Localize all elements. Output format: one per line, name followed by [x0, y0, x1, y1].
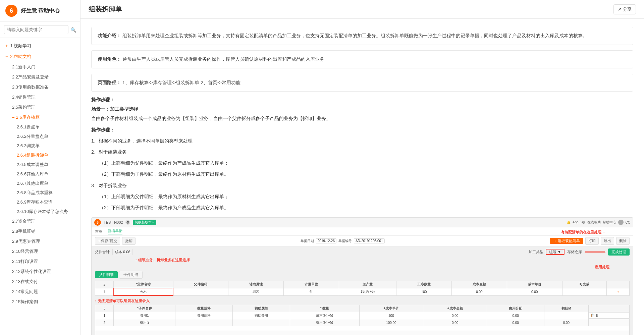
mock-type-label: 加工类型: [529, 250, 543, 254]
sidebar-item-dataprep[interactable]: 2.3使用前数据准备: [0, 82, 80, 92]
sidebar-item-helpdoc[interactable]: − 2.帮助文档: [0, 51, 80, 62]
ops-steps-sub-title: 操作步骤：: [91, 126, 633, 134]
mock-td-name: 关木: [114, 288, 173, 295]
mock-form-content: 父件合计 成本 0.06 加工类型 组装 ▼ 存储仓库 完成处理: [92, 246, 633, 335]
nav-sub-items: 2.1新手入门 2.2产品安装及登录 2.3使用前数据准备 2.4销售管理 2.…: [0, 62, 80, 307]
mock-child-table: # *子件名称 数量规格 辅助属性 * 数量 +成本单价 +成本金额 费用分配 …: [95, 305, 630, 335]
sidebar-item-costadj[interactable]: 2.6.5成本调整单: [0, 160, 80, 169]
annotation-type: ↑ 组装业务、拆卸业务在这里选择: [135, 258, 630, 263]
mock-toolbar-left: + 保存/提交 撤销: [95, 237, 136, 245]
sidebar-item-video[interactable]: + 1.视频学习: [0, 41, 80, 51]
mock-delete-btn: 删除: [616, 237, 630, 245]
mock-parent-table: # *父件名称 父件编码 辅助属性 计量单位 主产量 工序数量 成本金额 成本单…: [95, 281, 630, 296]
sidebar-item-customize[interactable]: 2.12系统个性化设置: [0, 267, 80, 277]
logo-icon: 6: [5, 5, 17, 17]
mock-ctd-num2: 2: [95, 319, 114, 326]
sidebar-item-stocktake[interactable]: 2.6.1盘点单: [0, 122, 80, 132]
mock-ctd-costamt: 0.00: [423, 312, 487, 319]
sidebar-item-payment[interactable]: 2.13在线支付: [0, 277, 80, 287]
sidebar-item-purchase[interactable]: 2.5采购管理: [0, 102, 80, 112]
page-title: 组装拆卸单: [89, 5, 122, 14]
mock-td-cost-unit: 0.00: [507, 288, 562, 295]
sidebar-item-capital[interactable]: 2.7资金管理: [0, 216, 80, 226]
mock-th-parent-name: *父件名称: [114, 281, 173, 288]
mock-type-group: 加工类型 组装 ▼ 存储仓库 完成处理: [529, 248, 630, 256]
mock-ctd-name2: 费用 2: [114, 319, 175, 326]
mock-th-proc-qty: 工序数量: [396, 281, 452, 288]
mock-ctd-attr2: [232, 319, 290, 326]
nav-area: + 1.视频学习 − 2.帮助文档 2.1新手入门 2.2产品安装及登录 2.3…: [0, 38, 80, 335]
sidebar-item-sales[interactable]: 2.4销售管理: [0, 92, 80, 102]
mock-td-code: [173, 288, 228, 295]
sidebar-item-otherin[interactable]: 2.6.6其他入库单: [0, 169, 80, 179]
sidebar-item-mobile[interactable]: 2.8手机旺铺: [0, 226, 80, 236]
step3-1: （1）上部明细为父件明细，最终作为原材料生成其它出库单；: [91, 192, 633, 201]
func-intro-block: 功能介绍： 组装拆卸单用来处理企业组装或拆卸等加工业务，支持有固定装配清单的产品…: [91, 27, 633, 45]
sidebar-item-ops[interactable]: 2.10经营管理: [0, 246, 80, 257]
step2-2: （2）下部明细为子件明细，最终作为原材料生成其它出库单。: [91, 170, 633, 178]
func-intro-label: 功能介绍：: [98, 33, 121, 38]
sidebar-item-assembly[interactable]: 2.6.4组装拆卸单: [0, 151, 80, 160]
sidebar-item-cases[interactable]: 2.15操作案例: [0, 297, 80, 307]
minus-small-icon: −: [12, 115, 15, 120]
mock-ctd-qty2: 费用(约 +5): [290, 319, 359, 326]
mock-ctd-spec: 费用规格: [175, 312, 233, 319]
content-area: 功能介绍： 组装拆卸单用来处理企业组装或拆卸等加工业务，支持有固定装配清单的产品…: [80, 19, 644, 335]
mock-order-value: AD-20191226-001: [354, 238, 385, 243]
mock-logo: 6: [94, 219, 101, 226]
mock-parent-row-1: 1 关木 组装 件 15(约 +5) 100 0.00 0.00 ＋: [95, 288, 630, 295]
mock-th-num: #: [95, 281, 114, 288]
sidebar-item-newbie[interactable]: 2.1新手入门: [0, 62, 80, 72]
ops-steps-section: 操作步骤： 场景一：加工类型选择 当由多个子件材料组装成一个成品的业务为【组装】…: [91, 97, 633, 212]
mock-child-row-3: [95, 326, 630, 331]
sidebar-item-adjust[interactable]: 2.6.3调拨单: [0, 141, 80, 151]
mock-count-value: 成本 0.06: [112, 249, 132, 255]
sidebar-item-splitstock[interactable]: 2.6.2分量盘点单: [0, 132, 80, 141]
mock-date-label: 单据日期: [301, 239, 314, 243]
minus-icon: −: [5, 54, 8, 59]
mock-icon-bell: 🔔: [567, 221, 571, 224]
scene1-desc: 当由多个子件材料组装成一个成品的业务为【组装】业务，当由一个父件拆分成多个子产品…: [91, 114, 633, 123]
search-input[interactable]: [4, 25, 68, 34]
mock-cth-qty: * 数量: [290, 305, 359, 312]
mock-cth-num: #: [95, 305, 114, 312]
sidebar-item-print[interactable]: 2.11打印设置: [0, 257, 80, 267]
mock-td-unit: 件: [284, 288, 339, 295]
mock-select-recipe-btn: → 选取装配清单: [550, 238, 583, 244]
sidebar-item-coupon[interactable]: 2.9优惠券管理: [0, 236, 80, 246]
mock-center-label: 帮助中心: [603, 220, 616, 225]
mock-app-label: App下载: [573, 220, 585, 225]
mock-td-proc: 100: [396, 288, 452, 295]
step3-2: （2）下部明细为子件明细，最终作为产成品生成其它入库单。: [91, 204, 633, 212]
mock-ctd-num: 1: [95, 312, 114, 319]
sidebar-item-stockquery[interactable]: 2.6.9库存账本查询: [0, 198, 80, 207]
sidebar-item-faq[interactable]: 2.14常见问题: [0, 287, 80, 297]
share-button[interactable]: ↗ 分享: [613, 4, 636, 14]
path-label: 页面路径：: [98, 80, 121, 85]
sidebar-item-install[interactable]: 2.2产品安装及登录: [0, 72, 80, 82]
mock-th-unit: 计量单位: [284, 281, 339, 288]
search-button[interactable]: 🔍: [70, 27, 76, 33]
sidebar-item-inventory[interactable]: − 2.6库存核算: [0, 112, 80, 122]
mock-action-btn: 切换新版本✦: [133, 220, 156, 225]
mock-ctd-alloc2: 0.00: [487, 319, 544, 326]
mock-annotation-area: → 选取装配清单: [550, 238, 583, 243]
mock-ctd-attr: 辅助费用: [232, 312, 290, 319]
mock-cth-name: *子件名称: [114, 305, 175, 312]
mock-ctd-name: 费用1: [114, 312, 175, 319]
sidebar-item-otherout[interactable]: 2.6.7其他出库单: [0, 179, 80, 188]
mock-nav-new: 新增单据: [108, 228, 122, 234]
mock-td-prod: 15(约 +5): [339, 288, 396, 295]
sidebar-item-accounterr[interactable]: 2.6.10库存账本错了怎么办: [0, 207, 80, 216]
mock-nav-home: 首页: [95, 229, 102, 234]
mock-td-attr: 组装: [228, 288, 284, 295]
mock-cth-ops: [588, 305, 629, 312]
mock-th-aux-attr: 辅助属性: [228, 281, 284, 288]
step3: 3、对于拆装业务: [91, 181, 633, 190]
mock-storage-label: 存储仓库: [567, 249, 582, 255]
mock-order-label: 单据编号: [338, 239, 352, 243]
mock-cth-attr: 辅助属性: [232, 305, 290, 312]
role-text: 通常由生产人员或库管人员完成拆装业务的操作，库管人员确认原材料的出库和产成品的入…: [122, 56, 324, 62]
sidebar-item-goodscost[interactable]: 2.6.8商品成本重算: [0, 188, 80, 198]
mock-form-row1: 父件合计 成本 0.06 加工类型 组装 ▼ 存储仓库 完成处理: [95, 248, 630, 256]
